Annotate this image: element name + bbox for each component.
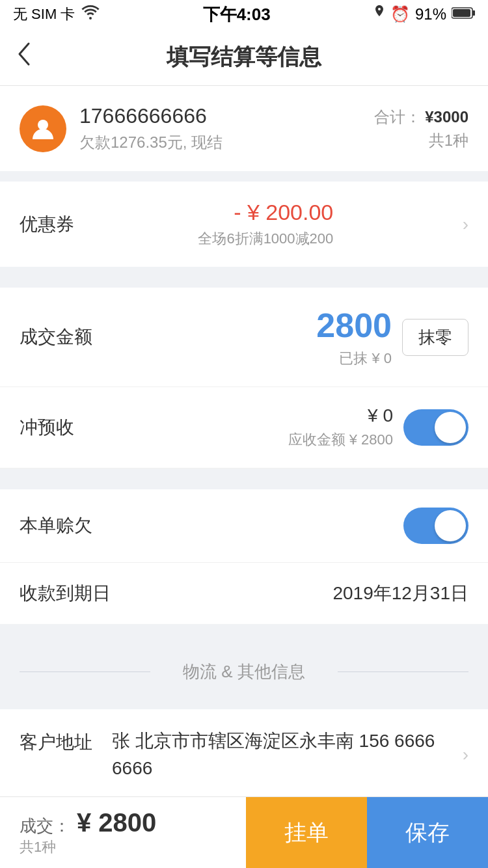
coupon-row[interactable]: 优惠券 - ¥ 200.00 全场6折满1000减200 › <box>0 182 488 267</box>
bottom-bar: 成交： ¥ 2800 共1种 挂单 保存 <box>0 796 488 868</box>
prepayment-value: ¥ 0 <box>288 405 393 426</box>
amount-right: 2800 已抹 ¥ 0 抹零 <box>316 306 468 368</box>
summary-amount: ¥ 2800 <box>77 808 156 837</box>
content: 17666666666 欠款1276.35元, 现结 合计： ¥3000 共1种… <box>0 86 488 868</box>
coupon-desc: 全场6折满1000减200 <box>198 229 333 249</box>
address-row[interactable]: 客户地址 张 北京市市辖区海淀区永丰南 156 6666 6666 › <box>0 709 488 800</box>
save-button[interactable]: 保存 <box>367 797 488 869</box>
divider-2 <box>0 479 488 489</box>
prepayment-sub: 应收金额 ¥ 2800 <box>288 430 393 450</box>
amount-value-wrapper: 2800 已抹 ¥ 0 <box>316 306 392 368</box>
status-bar: 无 SIM 卡 下午4:03 ⏰ 91% <box>0 0 488 29</box>
prepayment-toggle[interactable] <box>403 409 468 446</box>
divider-1 <box>0 277 488 288</box>
amount-label: 成交金额 <box>20 325 92 349</box>
summary-label: 成交： <box>20 815 70 837</box>
amount-row: 成交金额 2800 已抹 ¥ 0 抹零 <box>0 288 488 387</box>
summary-row: 成交： ¥ 2800 <box>20 808 226 837</box>
bottom-summary: 成交： ¥ 2800 共1种 <box>0 808 246 857</box>
prepayment-right: ¥ 0 应收金额 ¥ 2800 <box>288 405 468 450</box>
amount-sub: 已抹 ¥ 0 <box>316 349 392 368</box>
logistics-header: 物流 & 其他信息 <box>0 645 488 699</box>
customer-card: 17666666666 欠款1276.35元, 现结 合计： ¥3000 共1种 <box>0 86 488 171</box>
debt-row: 本单赊欠 <box>0 489 488 563</box>
amount-section: 成交金额 2800 已抹 ¥ 0 抹零 冲预收 ¥ 0 应收金额 ¥ 2800 <box>0 288 488 468</box>
clock-icon: ⏰ <box>390 5 410 23</box>
customer-phone: 17666666666 <box>79 104 223 128</box>
toggle-knob <box>435 412 466 443</box>
debt-toggle[interactable] <box>403 508 468 544</box>
coupon-right: - ¥ 200.00 全场6折满1000减200 <box>198 200 333 249</box>
wifi-icon <box>81 5 100 23</box>
prepayment-row: 冲预收 ¥ 0 应收金额 ¥ 2800 <box>0 387 488 468</box>
status-left: 无 SIM 卡 <box>13 5 100 24</box>
battery-icon <box>452 5 475 23</box>
due-date-label: 收款到期日 <box>20 581 111 606</box>
address-value: 张 北京市市辖区海淀区永丰南 156 6666 6666 <box>112 727 456 782</box>
amount-value: 2800 <box>316 306 392 345</box>
customer-left: 17666666666 欠款1276.35元, 现结 <box>20 104 223 153</box>
coupon-section: 优惠券 - ¥ 200.00 全场6折满1000减200 › <box>0 182 488 267</box>
address-chevron-icon: › <box>463 744 468 765</box>
total-label: 合计： ¥3000 <box>374 107 468 128</box>
back-button[interactable] <box>16 41 31 73</box>
debt-section: 本单赊欠 收款到期日 2019年12月31日 <box>0 489 488 624</box>
debt-label: 本单赊欠 <box>20 513 92 538</box>
divider-3 <box>0 634 488 645</box>
customer-right: 合计： ¥3000 共1种 <box>374 107 468 151</box>
avatar <box>20 105 66 152</box>
address-label: 客户地址 <box>20 727 92 755</box>
total-count: 共1种 <box>374 130 468 151</box>
battery-text: 91% <box>415 5 446 23</box>
nav-bar: 填写结算等信息 <box>0 29 488 86</box>
location-icon <box>373 5 385 23</box>
customer-debt: 欠款1276.35元, 现结 <box>79 132 223 153</box>
svg-rect-1 <box>472 10 475 16</box>
header-line-right <box>338 671 468 672</box>
coupon-label: 优惠券 <box>20 212 74 237</box>
logistics-header-text: 物流 & 其他信息 <box>183 660 305 683</box>
divider-4 <box>0 699 488 709</box>
status-time: 下午4:03 <box>203 3 271 26</box>
coupon-amount: - ¥ 200.00 <box>198 200 333 225</box>
svg-rect-2 <box>453 9 470 17</box>
summary-count: 共1种 <box>20 837 226 857</box>
due-date-value: 2019年12月31日 <box>332 581 468 606</box>
page-title: 填写结算等信息 <box>167 42 321 72</box>
round-button[interactable]: 抹零 <box>402 319 468 356</box>
coupon-chevron-icon: › <box>463 214 468 235</box>
svg-point-3 <box>38 120 48 130</box>
sim-status: 无 SIM 卡 <box>13 5 75 24</box>
status-right: ⏰ 91% <box>373 5 475 23</box>
customer-info: 17666666666 欠款1276.35元, 现结 <box>79 104 223 153</box>
prepayment-value-wrapper: ¥ 0 应收金额 ¥ 2800 <box>288 405 393 450</box>
due-date-row: 收款到期日 2019年12月31日 <box>0 563 488 624</box>
hang-button[interactable]: 挂单 <box>246 797 367 869</box>
prepayment-label: 冲预收 <box>20 415 74 440</box>
header-line-left <box>20 671 150 672</box>
debt-toggle-knob <box>435 510 466 541</box>
